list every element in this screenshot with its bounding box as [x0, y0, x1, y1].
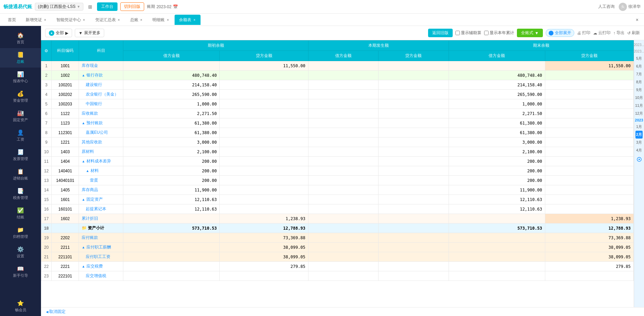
show-aux-checkbox-label[interactable]: 显示辅助算: [455, 30, 481, 36]
sidebar-item-archive[interactable]: 📁 归档管理: [0, 223, 41, 243]
tab-home[interactable]: 首页: [3, 15, 20, 25]
subject-link[interactable]: 应付账款: [82, 235, 98, 240]
copy-icon-button[interactable]: ⊞: [86, 3, 94, 10]
row-name-cell[interactable]: ▲ 银行存款: [79, 71, 123, 80]
row-name-cell[interactable]: 嘉属EU公司: [79, 128, 123, 138]
tab-balance[interactable]: 余额表 ×: [175, 15, 201, 25]
consult-link[interactable]: 人工咨询: [598, 4, 615, 10]
subject-link[interactable]: 中国银行: [86, 101, 102, 106]
row-name-cell[interactable]: ▲ 预付账款: [79, 118, 123, 128]
month-8[interactable]: 8月: [635, 78, 643, 86]
tab-general-ledger[interactable]: 总账 ×: [126, 15, 148, 25]
month-1[interactable]: 1月: [635, 123, 643, 131]
sidebar-item-reports[interactable]: 📊 报表中心: [0, 68, 41, 87]
row-name-cell[interactable]: 应付职工工资: [79, 252, 123, 262]
table-settings-icon[interactable]: ⚙: [44, 48, 48, 53]
close-all-tabs-button[interactable]: ×: [634, 16, 641, 23]
sidebar-item-ledger[interactable]: 📒 总账: [0, 48, 41, 68]
tab-smart-voucher-close[interactable]: ×: [82, 18, 86, 22]
subject-link[interactable]: 材料成本差异: [86, 159, 111, 163]
month-11[interactable]: 11月: [634, 102, 644, 110]
expand-more-button[interactable]: ▼ 展开更多: [75, 29, 104, 37]
show-ytd-checkbox[interactable]: [484, 31, 489, 35]
subject-link[interactable]: 壹蛋: [90, 178, 98, 183]
month-7[interactable]: 7月: [635, 70, 643, 78]
tab-voucher-summary-close[interactable]: ×: [117, 18, 121, 22]
tab-detail-ledger-close[interactable]: ×: [166, 18, 169, 22]
subject-link[interactable]: 建设银行: [86, 82, 102, 87]
show-aux-checkbox[interactable]: [455, 31, 460, 35]
row-name-cell[interactable]: 应收账款: [79, 109, 123, 118]
settings-col-header[interactable]: ⚙: [41, 41, 52, 61]
sidebar-item-wages[interactable]: 👤 工资: [0, 126, 41, 145]
sidebar-item-settings[interactable]: ⚙️ 设置: [0, 243, 41, 262]
month-10[interactable]: 10月: [634, 94, 644, 102]
row-name-cell[interactable]: 库存现金: [79, 61, 123, 71]
subject-link[interactable]: 材料: [91, 168, 99, 173]
subject-link[interactable]: 应收账款: [82, 111, 98, 116]
switch-version-button[interactable]: 切到旧版: [120, 2, 144, 11]
tab-voucher-summary[interactable]: 凭证汇总表 ×: [91, 15, 125, 25]
row-name-cell[interactable]: 建设银行: [79, 80, 123, 90]
row-name-cell[interactable]: 农业银行（美金）: [79, 90, 123, 99]
row-name-cell[interactable]: ▲ 材料成本差异: [79, 157, 123, 166]
subject-link[interactable]: 起提累记本: [86, 206, 106, 211]
tab-new-voucher[interactable]: 新增凭证 ×: [21, 15, 51, 25]
subject-link[interactable]: 库存商品: [82, 187, 98, 192]
subject-link[interactable]: 农业银行（美金）: [86, 92, 119, 97]
company-selector[interactable]: (勿删) 江西股垒-LSS ▼: [35, 3, 83, 11]
sidebar-item-guide[interactable]: 📖 新手引导: [0, 262, 41, 282]
sidebar-item-home[interactable]: 🏠 首页: [0, 29, 41, 48]
subject-link[interactable]: 应付职工薪酬: [86, 245, 111, 249]
sidebar-item-assets[interactable]: 🏭 固定资产: [0, 106, 41, 126]
month-5[interactable]: 5月: [635, 55, 643, 62]
tab-new-voucher-close[interactable]: ×: [43, 18, 47, 22]
tab-general-ledger-close[interactable]: ×: [140, 18, 143, 22]
subject-link[interactable]: 预付账款: [86, 120, 103, 125]
subject-link[interactable]: 库存现金: [82, 63, 98, 68]
subject-link[interactable]: 银行存款: [86, 73, 103, 77]
subject-link[interactable]: 累计折旧: [82, 216, 98, 221]
month-3[interactable]: 3月: [635, 139, 643, 146]
row-name-cell[interactable]: 库存商品: [79, 185, 123, 195]
row-name-cell[interactable]: 其他应收款: [79, 138, 123, 147]
subject-link[interactable]: 应交增值税: [86, 273, 106, 278]
row-name-cell[interactable]: 原材料: [79, 147, 123, 157]
sidebar-item-checkout[interactable]: ✅ 结账: [0, 204, 41, 223]
month-12[interactable]: 12月: [634, 110, 644, 117]
row-name-cell[interactable]: 应付账款: [79, 233, 123, 243]
row-name-cell[interactable]: ▲ 应付职工薪酬: [79, 243, 123, 252]
row-name-cell[interactable]: ▲ 固定资产: [79, 195, 123, 204]
show-ytd-checkbox-label[interactable]: 显示本年累计: [484, 30, 514, 36]
subject-link[interactable]: 应付职工工资: [86, 254, 110, 259]
sidebar-item-invoices[interactable]: 🧾 发票管理: [0, 145, 41, 165]
subject-link[interactable]: 原材料: [82, 149, 94, 154]
sidebar-item-funds[interactable]: 💰 资金管理: [0, 87, 41, 106]
subject-link[interactable]: 固定资产: [86, 197, 103, 202]
subject-link[interactable]: 嘉属EU公司: [86, 130, 108, 135]
filter-button[interactable]: ● 全部 ▶: [45, 29, 72, 37]
month-4[interactable]: 4月: [635, 146, 643, 154]
row-name-cell[interactable]: 起提累记本: [79, 204, 123, 214]
cloud-print-button[interactable]: ☁ 云打印: [593, 30, 611, 36]
expand-all-toggle[interactable]: 全部展开: [546, 29, 574, 37]
row-name-cell[interactable]: 中国银行: [79, 99, 123, 109]
month-9[interactable]: 9月: [635, 86, 643, 94]
tab-balance-close[interactable]: ×: [193, 18, 196, 22]
return-old-version-button[interactable]: 返回旧版: [428, 29, 453, 37]
subject-link[interactable]: 应交税费: [86, 264, 103, 269]
month-2[interactable]: 2月: [635, 131, 643, 139]
year-panel-settings[interactable]: [636, 156, 642, 164]
row-name-cell[interactable]: ▲ 应交税费: [79, 262, 123, 271]
month-6[interactable]: 6月: [635, 62, 643, 70]
subject-link[interactable]: 其他应收款: [82, 140, 102, 144]
sidebar-item-member[interactable]: ⭐ 畅会员: [0, 297, 41, 316]
format-button[interactable]: 全账式 ▼: [517, 29, 543, 37]
tab-smart-voucher[interactable]: 智能凭证中心 ×: [52, 15, 90, 25]
calendar-icon[interactable]: 📅: [173, 4, 178, 9]
print-button[interactable]: 🖨 打印: [577, 30, 590, 36]
user-info[interactable]: 头 徐泽华: [619, 3, 641, 11]
row-name-cell[interactable]: ▲ 材料: [79, 166, 123, 176]
refresh-button[interactable]: ↺ 刷新: [627, 30, 640, 36]
tab-detail-ledger[interactable]: 明细账 ×: [148, 15, 174, 25]
